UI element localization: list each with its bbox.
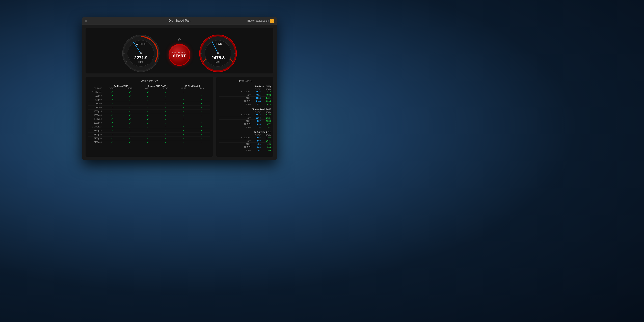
check-cell: ✓	[121, 129, 139, 132]
col-headers: WRITE READ	[219, 88, 271, 90]
table-row: 2K DCI 280 303	[219, 146, 271, 149]
prores-group-header: ProRes 422 HQ WRITE READ	[103, 85, 139, 89]
check-cell: ✓	[192, 110, 210, 113]
check-cell: ✓	[121, 102, 139, 105]
cinema-write-header: WRITE	[139, 88, 157, 89]
how-fast-section: Cinema DNG RAW WRITE READ NTSC/PAL 5673 …	[219, 108, 271, 129]
table-row: 2160p60 ✓ ✓ ✓ ✓ ✓ ✓	[88, 140, 210, 144]
check-cell: ✓	[121, 141, 139, 144]
table-row: 720 4616 4982	[219, 94, 271, 96]
table-row: 2160p50 ✓ ✓ ✓ ✓ ✓ ✓	[88, 136, 210, 140]
column-headers: FORMAT ProRes 422 HQ WRITE READ Cinema D…	[88, 85, 210, 89]
yuv-read-header: READ	[192, 88, 210, 89]
check-cell: ✓	[157, 98, 174, 101]
write-value: 623	[250, 123, 260, 126]
titlebar: Disk Speed Test Blackmagicdesign	[82, 17, 277, 25]
check-cell: ✓	[174, 98, 192, 101]
read-value: 7473	[260, 90, 271, 93]
row-label: 1080i50	[88, 102, 103, 105]
row-label: NTSC/PAL	[219, 136, 250, 139]
read-value: 2756	[260, 136, 271, 139]
row-label: 720	[219, 117, 250, 119]
read-value: 1046	[260, 140, 271, 142]
check-cell: ✓	[103, 114, 121, 116]
check-cell: ✓	[174, 106, 192, 109]
start-label-top: SPEED TEST	[172, 52, 187, 54]
table-row: 2160 577 623	[219, 103, 271, 106]
check-cell: ✓	[139, 129, 157, 132]
svg-text:WRITE: WRITE	[136, 42, 146, 46]
tables-area: Will It Work? FORMAT ProRes 422 HQ WRITE…	[86, 77, 273, 157]
row-label: NTSC/PAL	[219, 90, 250, 93]
col-headers: WRITE READ	[219, 134, 271, 136]
check-cell: ✓	[192, 91, 210, 94]
write-value: 431	[250, 143, 260, 145]
table-row: NTSC/PAL 2553 2756	[219, 136, 271, 139]
write-value: 224	[250, 126, 260, 129]
check-cell: ✓	[192, 98, 210, 101]
check-cell: ✓	[121, 133, 139, 136]
write-value: 6924	[250, 90, 260, 93]
brand-logo	[270, 19, 274, 23]
table-row: 1080 431 465	[219, 142, 271, 146]
read-value: 465	[260, 143, 271, 145]
check-cell: ✓	[121, 122, 139, 124]
check-cell: ✓	[192, 129, 210, 132]
brand-sq-1	[270, 19, 272, 21]
check-cell: ✓	[139, 118, 157, 120]
check-cell: ✓	[103, 106, 121, 109]
table-row: 2160 101 109	[219, 149, 271, 152]
settings-icon[interactable]: ⚙	[178, 38, 181, 42]
col-headers: WRITE READ	[219, 111, 271, 113]
check-cell: ✓	[157, 106, 174, 109]
check-cell: ✓	[174, 126, 192, 128]
row-label: 2160	[219, 126, 250, 129]
check-cell: ✓	[157, 126, 174, 128]
check-cell: ✓	[192, 137, 210, 140]
check-cell: ✓	[121, 126, 139, 128]
table-row: 720p50 ✓ ✓ ✓ ✓ ✓ ✓	[88, 94, 210, 98]
check-cell: ✓	[121, 110, 139, 113]
write-value: 957	[250, 120, 260, 122]
read-value: 1033	[260, 120, 271, 122]
row-label: 2160	[219, 103, 250, 106]
section-title: ProRes 422 HQ	[219, 85, 271, 88]
check-cell: ✓	[103, 102, 121, 105]
check-cell: ✓	[192, 114, 210, 116]
check-cell: ✓	[121, 98, 139, 101]
row-label: NTSC/PAL	[219, 114, 250, 116]
section-title: Cinema DNG RAW	[219, 108, 271, 110]
table-row: 1080p50 ✓ ✓ ✓ ✓ ✓ ✓	[88, 117, 210, 121]
check-cell: ✓	[139, 114, 157, 116]
row-label: 720	[219, 94, 250, 96]
gauges-area: WRITE 2271.9 MB/s ⚙ SPEED TEST START	[86, 28, 273, 74]
write-value: 2553	[250, 136, 260, 139]
row-label: 2K DCI	[219, 123, 250, 126]
read-value: 2491	[260, 97, 271, 99]
check-cell: ✓	[139, 141, 157, 144]
brand-sq-4	[272, 21, 274, 23]
check-cell: ✓	[121, 91, 139, 94]
check-cell: ✓	[103, 129, 121, 132]
check-cell: ✓	[174, 129, 192, 132]
window-title: Disk Speed Test	[168, 19, 190, 22]
will-it-work-title: Will It Work?	[88, 80, 210, 83]
check-cell: ✓	[192, 141, 210, 144]
write-value: 4616	[250, 94, 260, 96]
read-gauge-svg: READ 2475.3 MB/s	[194, 32, 242, 72]
table-row: 1080 2308 2491	[219, 96, 271, 100]
cinema-title: Cinema DNG RAW	[139, 85, 175, 88]
table-row: 2160p30 ✓ ✓ ✓ ✓ ✓ ✓	[88, 133, 210, 136]
start-button[interactable]: SPEED TEST START	[168, 44, 190, 66]
close-button[interactable]	[85, 20, 87, 22]
main-content: WRITE 2271.9 MB/s ⚙ SPEED TEST START	[82, 25, 277, 160]
check-cell: ✓	[174, 114, 192, 116]
read-value: 109	[260, 149, 271, 152]
row-label: 720p50	[88, 95, 103, 97]
table-row: 1080 957 1033	[219, 120, 271, 123]
check-cell: ✓	[139, 122, 157, 124]
check-cell: ✓	[174, 118, 192, 120]
check-cell: ✓	[139, 98, 157, 101]
svg-text:2475.3: 2475.3	[211, 55, 225, 60]
section-title: 10 Bit YUV 4:2:2	[219, 131, 271, 134]
